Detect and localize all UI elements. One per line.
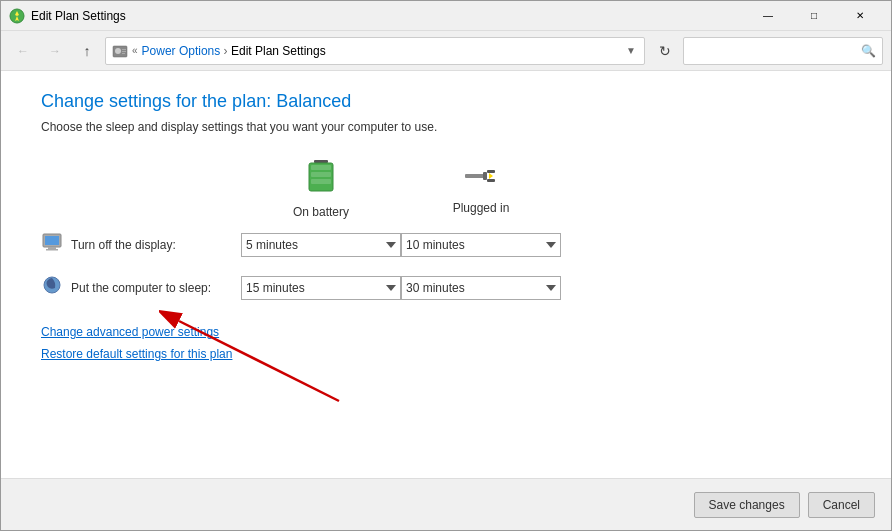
save-changes-button[interactable]: Save changes (694, 492, 800, 518)
breadcrumb-separator-2: › (224, 44, 231, 58)
plugged-column-label: Plugged in (453, 201, 510, 215)
sleep-battery-dropdown[interactable]: 15 minutes 1 minute 2 minutes 3 minutes … (241, 276, 401, 300)
display-battery-dropdown[interactable]: 5 minutes 1 minute 2 minutes 3 minutes 1… (241, 233, 401, 257)
display-plugged-dropdown[interactable]: 10 minutes 1 minute 2 minutes 3 minutes … (401, 233, 561, 257)
sleep-icon (41, 274, 63, 301)
plugged-column-header: Plugged in (401, 162, 561, 215)
forward-button[interactable]: → (41, 37, 69, 65)
display-label: Turn off the display: (41, 231, 241, 258)
address-dropdown-arrow[interactable]: ▼ (624, 43, 638, 58)
restore-defaults-link[interactable]: Restore default settings for this plan (41, 347, 851, 361)
window-title: Edit Plan Settings (31, 9, 745, 23)
minimize-button[interactable]: — (745, 1, 791, 31)
main-window: Edit Plan Settings — □ ✕ ← → ↑ « Powe (0, 0, 892, 531)
sleep-setting-row: Put the computer to sleep: 15 minutes 1 … (41, 274, 851, 301)
plugged-icon (463, 162, 499, 197)
address-bar: « Power Options › Edit Plan Settings ▼ (105, 37, 645, 65)
content-area: Change settings for the plan: Balanced C… (1, 71, 891, 478)
svg-rect-16 (45, 236, 59, 245)
battery-column-label: On battery (293, 205, 349, 219)
svg-rect-4 (122, 51, 126, 52)
svg-rect-17 (48, 247, 56, 249)
svg-rect-8 (311, 165, 331, 170)
advanced-settings-link[interactable]: Change advanced power settings (41, 325, 851, 339)
svg-rect-13 (487, 170, 495, 173)
display-label-text: Turn off the display: (71, 238, 176, 252)
arrow-annotation (159, 301, 359, 424)
links-section: Change advanced power settings Restore d… (41, 325, 851, 361)
search-input[interactable] (690, 44, 861, 58)
nav-bar: ← → ↑ « Power Options › Edit Plan Settin… (1, 31, 891, 71)
refresh-button[interactable]: ↻ (651, 37, 679, 65)
close-button[interactable]: ✕ (837, 1, 883, 31)
title-bar: Edit Plan Settings — □ ✕ (1, 1, 891, 31)
column-headers: On battery Plugged in (41, 158, 851, 219)
display-dropdowns: 5 minutes 1 minute 2 minutes 3 minutes 1… (241, 233, 561, 257)
svg-rect-18 (46, 249, 58, 251)
footer-bar: Save changes Cancel (1, 478, 891, 530)
up-button[interactable]: ↑ (73, 37, 101, 65)
svg-rect-12 (483, 172, 487, 180)
address-bar-icon (112, 43, 128, 59)
window-icon (9, 8, 25, 24)
breadcrumb-separator-1: « (132, 45, 138, 56)
display-icon (41, 231, 63, 258)
svg-rect-9 (311, 172, 331, 177)
svg-rect-3 (122, 49, 126, 50)
svg-rect-10 (311, 179, 331, 184)
breadcrumb-edit-plan: Edit Plan Settings (231, 44, 326, 58)
sleep-dropdowns: 15 minutes 1 minute 2 minutes 3 minutes … (241, 276, 561, 300)
breadcrumb: Power Options › Edit Plan Settings (142, 44, 621, 58)
svg-rect-14 (487, 179, 495, 182)
cancel-button[interactable]: Cancel (808, 492, 875, 518)
breadcrumb-power-options[interactable]: Power Options (142, 44, 221, 58)
sleep-plugged-dropdown[interactable]: 30 minutes 1 minute 2 minutes 5 minutes … (401, 276, 561, 300)
page-title: Change settings for the plan: Balanced (41, 91, 851, 112)
sleep-label: Put the computer to sleep: (41, 274, 241, 301)
battery-icon (306, 158, 336, 201)
svg-rect-5 (122, 53, 125, 54)
display-setting-row: Turn off the display: 5 minutes 1 minute… (41, 231, 851, 258)
search-bar: 🔍 (683, 37, 883, 65)
back-button[interactable]: ← (9, 37, 37, 65)
search-icon: 🔍 (861, 44, 876, 58)
window-controls: — □ ✕ (745, 1, 883, 31)
page-subtitle: Choose the sleep and display settings th… (41, 120, 851, 134)
battery-column-header: On battery (241, 158, 401, 219)
maximize-button[interactable]: □ (791, 1, 837, 31)
svg-point-2 (115, 48, 121, 54)
sleep-label-text: Put the computer to sleep: (71, 281, 211, 295)
